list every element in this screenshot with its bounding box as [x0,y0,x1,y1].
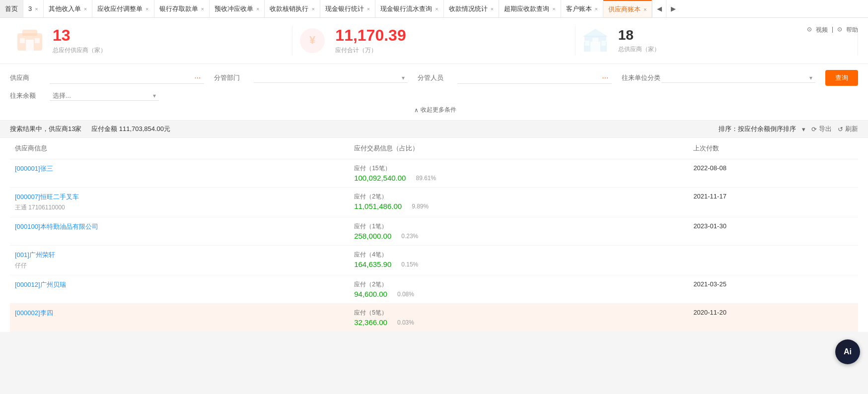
video-link[interactable]: 视频 [816,26,828,34]
result-bar: 搜索结果中，供应商13家 应付金额 111,703,854.00元 排序：按应付… [0,121,868,138]
transaction-amount-row: 100,092,540.0089.61% [354,174,683,182]
unit-category-dropdown-icon[interactable]: ▾ [809,74,812,81]
balance-dropdown-icon[interactable]: ▾ [153,92,156,99]
result-actions: 排序：按应付余额倒序排序 ▾ ⟳ 导出 ↺ 刷新 [719,125,858,133]
person-input-wrap[interactable]: ··· [457,72,612,84]
dept-input-wrap[interactable]: ▾ [254,73,408,83]
transaction-amount[interactable]: 100,092,540.00 [354,174,406,182]
supplier-icon-1 [15,26,45,56]
svg-rect-10 [592,38,598,43]
supplier-link[interactable]: [000002]李四 [15,309,53,317]
last-payment-cell: 2023-01-30 [688,217,858,246]
dept-dropdown-icon[interactable]: ▾ [402,74,405,81]
supplier-link[interactable]: [000100]本特勤油品有限公司 [15,223,98,230]
payable-total-amount: 11,170.39 [335,27,406,44]
tab-cash-flow-label: 现金银行流水查询 [380,4,432,13]
transaction-note: 应付（2笔） [354,193,683,201]
tab-3[interactable]: 3 × [23,0,44,18]
unit-category-input[interactable] [664,74,808,81]
balance-input[interactable] [53,92,151,99]
tab-3-close[interactable]: × [35,6,38,12]
supplier-link[interactable]: [000012]广州贝瑞 [15,281,66,288]
transaction-amount-row: 11,051,486.009.89% [354,202,683,210]
tab-supplier-ledger[interactable]: 供应商账本 × [603,0,652,18]
supplier-link[interactable]: [000007]恒旺二手叉车 [15,193,79,200]
refresh-action[interactable]: ↺ 刷新 [838,125,858,133]
export-label[interactable]: 导出 [819,125,832,133]
svg-rect-12 [601,41,606,46]
top-right-links: ⊙ 视频 | ⊙ 帮助 [807,26,858,34]
sort-dropdown-icon[interactable]: ▾ [802,126,805,133]
help-link[interactable]: 帮助 [846,26,858,34]
tab-ar-ap-adjust-label: 应收应付调整单 [97,4,143,13]
tab-cash-flow[interactable]: 现金银行流水查询 × [375,0,443,18]
tab-prepay-clear[interactable]: 预收冲应收单 × [210,0,265,18]
refresh-label[interactable]: 刷新 [845,125,858,133]
collapse-button[interactable]: ∧ 收起更多条件 [10,106,858,114]
person-input[interactable] [460,74,600,81]
tab-3-label: 3 [28,5,32,12]
dept-input[interactable] [257,74,400,81]
balance-filter-label: 往来余额 [10,91,50,100]
unit-category-input-wrap[interactable]: ▾ [661,73,816,83]
nav-next-arrow[interactable]: ▶ [666,0,680,18]
video-icon: ⊙ [807,26,812,34]
last-payment-cell: 2022-08-08 [688,159,858,188]
supplier-info-cell: [001]广州荣轩仔仔 [10,246,349,275]
query-button[interactable]: 查询 [825,70,858,86]
data-table-wrap: 供应商信息 应付交易信息（占比） 上次付数 [000001]张三应付（15笔）1… [0,138,868,332]
tab-overdue-query-close[interactable]: × [552,6,555,12]
transaction-percent: 0.03% [397,319,414,326]
tab-collection-stat[interactable]: 收款情况统计 × [444,0,499,18]
tab-bank-deposit-close[interactable]: × [201,6,204,12]
nav-prev-arrow[interactable]: ◀ [652,0,666,18]
store-icon [580,26,610,56]
tab-ar-ap-adjust-close[interactable]: × [145,6,148,12]
tab-bank-deposit[interactable]: 银行存取款单 × [154,0,210,18]
transaction-percent: 9.89% [412,203,429,210]
transaction-amount[interactable]: 164,635.90 [354,260,391,268]
supplier-link[interactable]: [000001]张三 [15,165,53,172]
person-filter-label: 分管人员 [418,73,457,82]
supplier-link[interactable]: [001]广州荣轩 [15,251,55,259]
tab-cash-bank-stat[interactable]: 现金银行统计 × [320,0,375,18]
tab-customer-ledger-close[interactable]: × [595,6,598,12]
table-row: [000007]恒旺二手叉车王通 17106110000应付（2笔）11,051… [10,188,858,217]
tab-payment-verify[interactable]: 收款核销执行 × [265,0,320,18]
transaction-amount-row: 32,366.000.03% [354,318,683,327]
balance-input-wrap[interactable]: ▾ [50,91,159,101]
supplier-input-wrap[interactable]: ··· [50,72,204,84]
export-action[interactable]: ⟳ 导出 [811,125,832,133]
last-payment-cell: 2021-03-25 [688,275,858,304]
svg-rect-1 [22,30,37,36]
tab-other-income-close[interactable]: × [84,6,87,12]
transaction-cell: 应付（2笔）11,051,486.009.89% [349,188,688,217]
transaction-amount[interactable]: 94,600.00 [354,290,387,298]
tab-cash-flow-close[interactable]: × [435,6,438,12]
person-dots-icon[interactable]: ··· [602,73,608,82]
tab-other-income[interactable]: 其他收入单 × [44,0,92,18]
filter-row-1: 供应商 ··· 分管部门 ▾ 分管人员 ··· 往来单位分类 [10,70,858,86]
tab-collection-stat-close[interactable]: × [491,6,494,12]
transaction-cell: 应付（1笔）258,000.000.23% [349,217,688,246]
total-suppliers-label: 总供应商（家） [618,45,660,54]
svg-marker-8 [582,29,608,37]
svg-rect-2 [26,40,34,51]
supplier-filter-label: 供应商 [10,73,50,82]
transaction-amount[interactable]: 32,366.00 [354,318,387,327]
tab-customer-ledger[interactable]: 客户账本 × [561,0,603,18]
supplier-input[interactable] [53,74,192,81]
transaction-amount[interactable]: 258,000.00 [354,232,391,240]
supplier-dots-icon[interactable]: ··· [194,73,201,82]
tab-cash-bank-stat-close[interactable]: × [367,6,370,12]
dept-filter-label: 分管部门 [214,73,254,82]
tab-overdue-query[interactable]: 超期应收款查询 × [499,0,561,18]
tab-payment-verify-close[interactable]: × [311,6,314,12]
svg-rect-4 [35,38,40,43]
tab-supplier-ledger-close[interactable]: × [644,6,647,12]
tab-home[interactable]: 首页 [0,0,23,18]
tab-prepay-clear-close[interactable]: × [256,6,259,12]
table-row: [000100]本特勤油品有限公司应付（1笔）258,000.000.23%20… [10,217,858,246]
tab-ar-ap-adjust[interactable]: 应收应付调整单 × [92,0,154,18]
transaction-amount[interactable]: 11,051,486.00 [354,202,402,210]
